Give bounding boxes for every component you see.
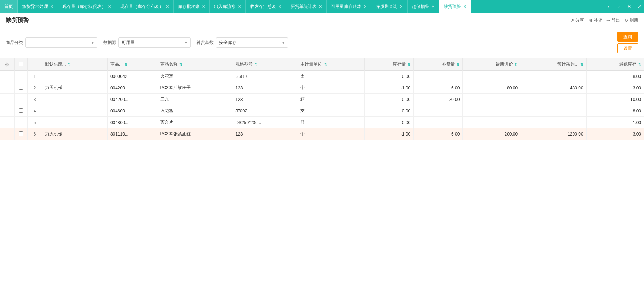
tab-batch-account[interactable]: 库存批次账 ✕ [174, 0, 210, 13]
page-header: 缺货预警 ↗ 分享 ⊞ 补货 ⇒ 导出 ↻ 刷新 [0, 13, 644, 27]
th-unit[interactable]: 主计量单位 ⇅ [297, 58, 364, 71]
cell-index: 6 [27, 128, 42, 140]
tab-close-expiry-query[interactable]: ✕ [400, 4, 403, 9]
cell-checkbox[interactable] [14, 94, 27, 105]
cell-stock: -1.00 [364, 82, 413, 94]
tab-next-button[interactable]: › [614, 0, 624, 13]
cell-checkbox[interactable] [14, 82, 27, 94]
th-spec[interactable]: 规格型号 ⇅ [232, 58, 297, 71]
sort-icon-supplier: ⇅ [68, 62, 71, 66]
th-stock[interactable]: 库存量 ⇅ [364, 58, 413, 71]
datasource-select-wrapper: 可用量 [118, 37, 191, 48]
table-body: 1 0000042 火花塞 SS816 支 0.00 8.00 2 力天机械 0… [0, 71, 644, 140]
sort-icon-stock: ⇅ [408, 62, 410, 66]
cell-name: 三九 [157, 94, 232, 105]
th-checkbox[interactable] [14, 58, 27, 71]
tab-order-stats[interactable]: 要货单统计表 ✕ [286, 0, 327, 13]
cell-code: 004200... [107, 94, 157, 105]
th-settings[interactable]: ⚙ [0, 58, 14, 71]
cell-stock: 0.00 [364, 105, 413, 117]
th-est-purchase[interactable]: 预计采购... ⇅ [521, 58, 586, 71]
row-checkbox[interactable] [19, 74, 23, 78]
tab-inventory-status[interactable]: 现存量（库存状况表） ✕ [58, 0, 116, 13]
tab-close-shortage[interactable]: ✕ [463, 4, 466, 9]
tab-inout-flow[interactable]: 出入库流水 ✕ [210, 0, 246, 13]
tab-close-order-stats[interactable]: ✕ [319, 4, 322, 9]
th-replenish[interactable]: 补货量 ⇅ [414, 58, 463, 71]
export-button[interactable]: ⇒ 导出 [606, 17, 620, 23]
cell-name: 火花塞 [157, 71, 232, 82]
query-button[interactable]: 查询 [617, 32, 638, 42]
cell-supplier: 力天机械 [42, 128, 107, 140]
category-select[interactable] [25, 37, 97, 48]
cell-min-stock: 10.00 [586, 94, 644, 105]
cell-min-stock: 3.00 [586, 128, 644, 140]
cell-checkbox[interactable] [14, 71, 27, 82]
tab-close-inventory-status[interactable]: ✕ [108, 4, 111, 9]
tab-close-receive-summary[interactable]: ✕ [278, 4, 282, 9]
cell-checkbox[interactable] [14, 128, 27, 140]
tab-abnormal[interactable]: 炼货异常处理 ✕ [18, 0, 58, 13]
row-checkbox[interactable] [19, 108, 23, 113]
tab-overstock[interactable]: 超储预警 ✕ [408, 0, 439, 13]
row-checkbox[interactable] [19, 85, 23, 90]
table-row: 2 力天机械 004200... PC200油缸庄子 123 个 -1.00 6… [0, 82, 644, 94]
tab-close-overstock[interactable]: ✕ [431, 4, 435, 9]
cell-spec: SS816 [232, 71, 297, 82]
tab-close-available-ledger[interactable]: ✕ [364, 4, 367, 9]
sort-icon-spec: ⇅ [255, 62, 258, 66]
sort-icon-min-stock: ⇅ [638, 62, 641, 66]
cell-index: 2 [27, 82, 42, 94]
replenish-base-select[interactable]: 安全库存 [216, 37, 288, 48]
cell-est-purchase [521, 94, 586, 105]
cell-replenish: 6.00 [414, 128, 463, 140]
settings-icon[interactable]: ⚙ [5, 62, 9, 67]
cell-settings [0, 82, 14, 94]
select-all-checkbox[interactable] [19, 62, 23, 66]
tab-close-all-button[interactable]: ✕ [624, 0, 634, 13]
tab-expand-button[interactable]: ⤢ [634, 0, 644, 13]
tab-expiry-query[interactable]: 保质期查询 ✕ [371, 0, 408, 13]
cell-stock: -1.00 [364, 128, 413, 140]
th-code[interactable]: 商品... ⇅ [107, 58, 157, 71]
th-min-stock[interactable]: 最低库存 ⇅ [586, 58, 644, 71]
row-checkbox[interactable] [19, 120, 23, 124]
share-button[interactable]: ↗ 分享 [570, 17, 584, 23]
th-supplier[interactable]: 默认供应... ⇅ [42, 58, 107, 71]
cell-spec: 123 [232, 128, 297, 140]
tab-home[interactable]: 首页 [0, 0, 18, 13]
refresh-button[interactable]: ↻ 刷新 [625, 17, 638, 23]
tab-close-abnormal[interactable]: ✕ [50, 4, 53, 9]
cell-code: 0000042 [107, 71, 157, 82]
cell-replenish [414, 117, 463, 128]
cell-est-purchase: 480.00 [521, 82, 586, 94]
tab-available-ledger[interactable]: 可用量库存账本 ✕ [327, 0, 371, 13]
cell-checkbox[interactable] [14, 105, 27, 117]
table-row: 4 004600... 火花塞 J7092 支 0.00 8.00 [0, 105, 644, 117]
th-latest-price[interactable]: 最新进价 ⇅ [463, 58, 521, 71]
cell-stock: 0.00 [364, 71, 413, 82]
tab-close-inout-flow[interactable]: ✕ [238, 4, 241, 9]
tab-prev-button[interactable]: ‹ [604, 0, 614, 13]
datasource-select[interactable]: 可用量 [118, 37, 191, 48]
row-checkbox[interactable] [19, 97, 23, 101]
row-checkbox[interactable] [19, 131, 23, 136]
page-title: 缺货预警 [6, 17, 29, 24]
cell-unit: 只 [297, 117, 364, 128]
tab-close-inventory-dist[interactable]: ✕ [166, 4, 169, 9]
cell-checkbox[interactable] [14, 117, 27, 128]
tab-close-batch-account[interactable]: ✕ [202, 4, 205, 9]
header-actions: ↗ 分享 ⊞ 补货 ⇒ 导出 ↻ 刷新 [570, 17, 638, 23]
replenish-button[interactable]: ⊞ 补货 [588, 17, 602, 23]
replenish-icon: ⊞ [588, 18, 592, 23]
table-container: ⚙ 默认供应... ⇅ 商品... ⇅ 商品名称 [0, 58, 644, 140]
cell-settings [0, 105, 14, 117]
tab-receive-summary[interactable]: 收发存汇总表 ✕ [246, 0, 286, 13]
tab-inventory-dist[interactable]: 现存量（库存分布表） ✕ [116, 0, 174, 13]
th-name[interactable]: 商品名称 ⇅ [157, 58, 232, 71]
cell-code: 801110... [107, 128, 157, 140]
cell-settings [0, 94, 14, 105]
cell-latest-price [463, 117, 521, 128]
tab-shortage[interactable]: 缺货预警 ✕ [439, 0, 471, 13]
settings-button[interactable]: 设置 [617, 43, 638, 53]
